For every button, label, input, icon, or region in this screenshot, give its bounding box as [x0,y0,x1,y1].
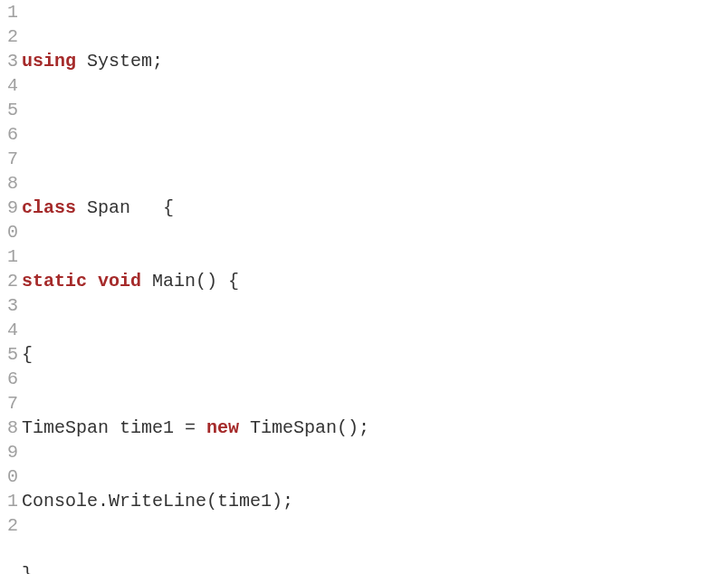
line-number: 4 [0,318,18,342]
line-number: 2 [0,24,18,49]
keyword-void: void [98,271,141,292]
keyword-class: class [22,197,76,218]
line-number: 4 [0,73,18,98]
code-token [87,271,98,292]
code-line: static void Main() { [22,269,543,293]
code-line: Console.WriteLine(time1); [22,489,543,513]
line-number: 2 [0,513,18,538]
code-line: { [22,342,543,367]
line-number: 5 [0,98,18,122]
line-number: 2 [0,269,18,293]
code-line: using System; [22,49,543,73]
line-number: 1 [0,489,18,513]
code-token: System; [76,51,163,72]
line-number: 0 [0,220,18,244]
code-token: Span { [76,197,174,218]
code-area[interactable]: using System; class Span { static void M… [18,0,543,574]
code-token: TimeSpan(); [239,417,369,438]
line-number: 0 [0,464,18,489]
code-token: Console.WriteLine(time1); [22,491,293,512]
code-editor: 1 2 3 4 5 6 7 8 9 0 1 2 3 4 5 6 7 8 9 0 … [0,0,728,574]
code-token: } [22,564,33,574]
line-number: 6 [0,122,18,147]
line-number: 9 [0,196,18,220]
line-number: 7 [0,147,18,171]
line-number: 6 [0,367,18,391]
code-token: { [22,344,33,365]
code-token: TimeSpan time1 = [22,417,206,438]
code-token: Main() { [141,271,239,292]
line-number-gutter: 1 2 3 4 5 6 7 8 9 0 1 2 3 4 5 6 7 8 9 0 … [0,0,18,538]
code-line: TimeSpan time1 = new TimeSpan(); [22,416,543,440]
line-number: 5 [0,342,18,367]
line-number: 3 [0,49,18,73]
keyword-static: static [22,271,87,292]
line-number: 9 [0,440,18,464]
keyword-using: using [22,51,76,72]
code-line [22,122,543,147]
code-line: } [22,562,543,574]
code-line: class Span { [22,196,543,220]
line-number: 8 [0,171,18,196]
keyword-new: new [206,417,239,438]
line-number: 1 [0,244,18,269]
line-number: 7 [0,391,18,416]
line-number: 8 [0,416,18,440]
line-number: 1 [0,0,18,24]
line-number: 3 [0,293,18,318]
